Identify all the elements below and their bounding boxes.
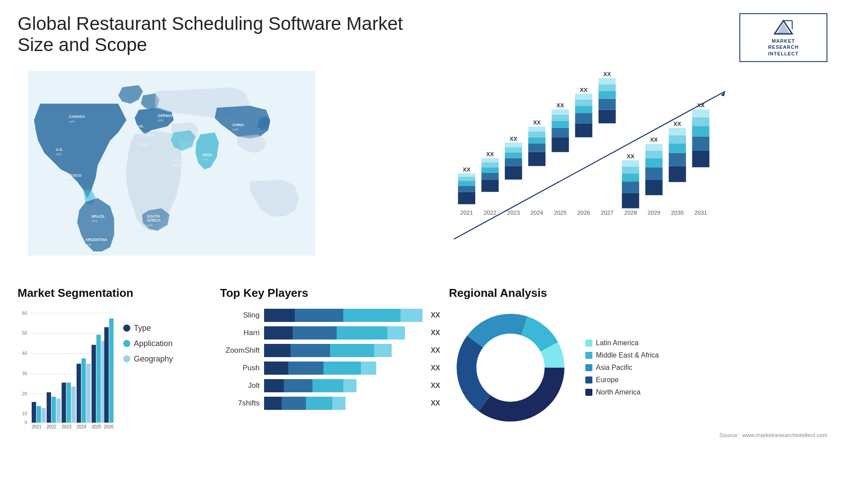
svg-rect-39 xyxy=(505,147,522,152)
bar-chart-container: XX XX XX xyxy=(339,71,827,256)
svg-rect-76 xyxy=(645,144,662,151)
svg-text:2021: 2021 xyxy=(32,424,42,429)
svg-rect-45 xyxy=(528,131,545,137)
svg-rect-72 xyxy=(645,179,662,195)
svg-text:xx%: xx% xyxy=(56,153,62,156)
map-label-uk: U.K. xyxy=(137,124,144,128)
player-bar-zoomshift xyxy=(264,344,423,357)
svg-rect-51 xyxy=(551,115,569,121)
map-label-argentina: ARGENTINA xyxy=(85,237,107,242)
svg-text:XX: XX xyxy=(533,119,541,126)
svg-rect-73 xyxy=(645,167,662,179)
map-label-canada: CANADA xyxy=(69,114,85,119)
legend-type-dot xyxy=(123,325,130,332)
legend-north-america-color xyxy=(585,389,592,396)
legend-asia-pacific-color xyxy=(585,364,592,371)
svg-rect-33 xyxy=(481,162,499,167)
svg-text:xx%: xx% xyxy=(138,148,143,151)
svg-rect-46 xyxy=(528,127,545,131)
player-name-harri: Harri xyxy=(220,329,260,337)
source-text: Source : www.marketresearchintellect.com xyxy=(449,432,827,438)
player-val-zoomshift: XX xyxy=(431,347,440,354)
player-row-push: Push XX xyxy=(220,362,440,375)
svg-rect-44 xyxy=(528,137,545,143)
svg-text:50: 50 xyxy=(22,330,27,336)
map-label-italy: ITALY xyxy=(157,130,167,134)
svg-text:2022: 2022 xyxy=(484,209,496,216)
svg-text:xx%: xx% xyxy=(171,168,176,171)
player-name-push: Push xyxy=(220,364,260,373)
svg-rect-84 xyxy=(692,151,709,167)
svg-rect-57 xyxy=(575,99,592,106)
svg-rect-128 xyxy=(96,335,101,423)
players-chart: Sling XX Harri xyxy=(220,306,440,410)
svg-text:40: 40 xyxy=(22,351,27,356)
svg-rect-119 xyxy=(51,397,56,423)
svg-text:20: 20 xyxy=(22,391,27,396)
player-row-7shifts: 7shifts XX xyxy=(220,397,440,410)
svg-rect-87 xyxy=(692,117,709,126)
svg-rect-81 xyxy=(669,135,686,143)
player-bar-push xyxy=(264,362,423,375)
svg-text:AFRICA: AFRICA xyxy=(147,218,161,223)
legend-type: Type xyxy=(123,324,173,333)
svg-text:2030: 2030 xyxy=(671,209,684,216)
legend-geography-dot xyxy=(123,355,130,362)
map-label-germany: GERMANY xyxy=(158,113,176,117)
map-label-spain: SPAIN xyxy=(138,142,149,147)
svg-text:XX: XX xyxy=(603,71,611,77)
player-bar-sling xyxy=(264,309,423,322)
svg-text:2024: 2024 xyxy=(530,209,543,216)
world-map-svg: CANADA xx% U.S. xx% MEXICO xx% BRAZIL xx… xyxy=(18,71,326,256)
svg-text:xx%: xx% xyxy=(232,128,238,131)
svg-text:2022: 2022 xyxy=(47,424,57,429)
player-name-7shifts: 7shifts xyxy=(220,399,260,408)
svg-rect-121 xyxy=(62,383,66,423)
svg-rect-43 xyxy=(528,143,545,152)
svg-text:XX: XX xyxy=(510,135,518,142)
svg-rect-116 xyxy=(37,406,41,423)
svg-rect-86 xyxy=(692,126,709,136)
svg-text:xx%: xx% xyxy=(257,144,263,147)
svg-point-144 xyxy=(478,335,544,401)
svg-text:xx%: xx% xyxy=(158,119,163,122)
svg-text:xx%: xx% xyxy=(147,224,153,227)
svg-rect-50 xyxy=(551,121,569,128)
svg-text:10: 10 xyxy=(22,411,27,416)
svg-rect-37 xyxy=(505,158,522,166)
logo-icon xyxy=(772,18,794,36)
logo-text: MARKET RESEARCH INTELLECT xyxy=(768,38,799,57)
players-title: Top Key Players xyxy=(220,286,440,300)
map-label-china: CHINA xyxy=(232,123,244,127)
seg-chart-container: 60 50 40 30 20 10 0 xyxy=(18,306,211,438)
svg-rect-38 xyxy=(505,153,522,158)
segmentation-title: Market Segmentation xyxy=(18,286,211,300)
svg-text:xx%: xx% xyxy=(157,135,163,138)
svg-rect-66 xyxy=(622,193,639,208)
svg-text:XX: XX xyxy=(463,166,471,173)
player-val-harri: XX xyxy=(431,329,440,337)
svg-rect-126 xyxy=(86,364,91,423)
svg-rect-40 xyxy=(505,142,522,147)
svg-text:2028: 2028 xyxy=(624,209,637,216)
legend-europe: Europe xyxy=(585,376,659,384)
players-section: Top Key Players Sling XX H xyxy=(220,286,440,453)
svg-rect-122 xyxy=(66,383,71,423)
player-val-7shifts: XX xyxy=(431,399,440,407)
regional-legend: Latin America Middle East & Africa Asia … xyxy=(585,339,659,396)
bar-chart-section: XX XX XX xyxy=(339,71,827,273)
svg-rect-28 xyxy=(458,173,475,176)
svg-rect-31 xyxy=(481,172,499,179)
svg-text:2024: 2024 xyxy=(77,424,87,429)
legend-europe-color xyxy=(585,376,592,383)
svg-text:XX: XX xyxy=(486,151,494,157)
player-row-harri: Harri XX xyxy=(220,326,440,340)
svg-text:ARABIA: ARABIA xyxy=(171,162,185,167)
map-label-japan: JAPAN xyxy=(257,139,269,143)
svg-text:XX: XX xyxy=(673,121,681,127)
svg-rect-26 xyxy=(458,181,475,186)
svg-rect-30 xyxy=(481,179,499,192)
svg-rect-127 xyxy=(92,345,96,423)
regional-section: Regional Analysis xyxy=(449,286,827,453)
player-val-sling: XX xyxy=(431,311,440,319)
